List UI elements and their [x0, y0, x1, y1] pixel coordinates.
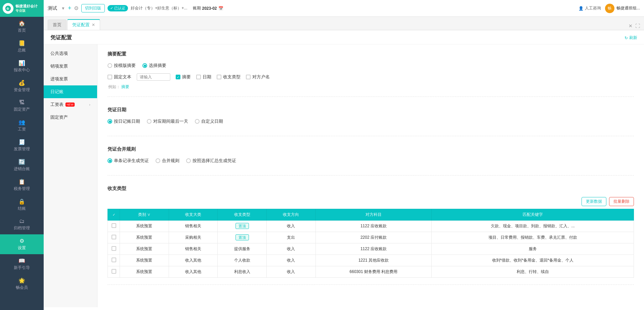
tab-home[interactable]: 首页: [48, 20, 67, 30]
radio-select-total[interactable]: 按照选择汇总生成凭证: [186, 158, 236, 164]
checkbox-counterparty[interactable]: 对方户名: [246, 74, 270, 80]
tab-close-icon[interactable]: ✕: [92, 23, 95, 27]
radio-merge-rule[interactable]: 合并规则: [156, 158, 179, 164]
sidebar-item-purchase-sales[interactable]: 🔄 进销台账: [0, 155, 44, 175]
sidebar-item-assets[interactable]: 🏗 固定资产: [0, 96, 44, 116]
main-area: 测试 ▼ + ⚙ 切到旧版 ✓ 已认证 好会计（专）+好生意（标）+... 账期…: [44, 0, 644, 310]
row-category: 系统预置: [120, 243, 169, 255]
assets-icon: 🏗: [19, 100, 25, 106]
batch-delete-btn[interactable]: 批量删除: [609, 197, 634, 206]
config-sidebar-item-fixed-assets[interactable]: 固定资产: [44, 111, 97, 124]
radio-select[interactable]: 选择摘要: [142, 63, 166, 69]
sidebar-item-ledger[interactable]: 📒 总账: [0, 37, 44, 56]
checkbox-summary[interactable]: ✓ 摘要: [176, 74, 191, 80]
radio-custom-date[interactable]: 自定义日期: [195, 118, 223, 124]
top-tag[interactable]: 置顶: [235, 234, 249, 240]
row-direction: 收入: [266, 255, 315, 266]
update-data-btn[interactable]: 更新数据: [582, 197, 606, 206]
config-sidebar-item-purchase[interactable]: 进项发票: [44, 73, 97, 85]
topbar-period: 账期 2023-02 📅: [193, 5, 223, 11]
row-keywords: 收到*借款、收到*备用金、退回*备用金、个人: [432, 255, 634, 266]
config-layout: 公共选项 销项发票 进项发票 日记账 工资表 NEW › 固定资产: [44, 44, 644, 307]
radio-single[interactable]: 单条记录生成凭证: [108, 158, 149, 164]
table-body: 系统预置 销售相关 置顶 收入 1122 应收账款 欠款、现金、项目款、到款、报…: [108, 221, 634, 278]
radio-circle-journal-date: [108, 119, 112, 124]
radio-journal-date[interactable]: 按日记账日期: [108, 118, 140, 124]
member-icon: 🌟: [18, 277, 25, 284]
page-title: 凭证配置: [50, 34, 72, 41]
checkbox-fixed-text[interactable]: 固定文本: [108, 74, 131, 80]
sidebar-item-settings[interactable]: ⚙ 设置: [0, 234, 44, 254]
sidebar-item-member[interactable]: 🌟 畅会员: [0, 274, 44, 294]
config-sidebar-item-public[interactable]: 公共选项: [44, 47, 97, 60]
row-account: 660301 财务费用 利息费用: [315, 266, 432, 278]
radio-period-last[interactable]: 对应期间最后一天: [147, 118, 188, 124]
reports-icon: 📊: [18, 60, 25, 66]
checkbox-date[interactable]: 日期: [196, 74, 211, 80]
sidebar-item-closing[interactable]: 🔒 结账: [0, 195, 44, 215]
th-category[interactable]: 类别 ∨: [120, 209, 169, 221]
archive-icon: 🗂: [19, 218, 25, 224]
gear-icon[interactable]: ⚙: [74, 5, 79, 11]
row-checkbox-cell[interactable]: [108, 266, 120, 278]
radio-template[interactable]: 按模版摘要: [108, 63, 136, 69]
config-sidebar-item-sales[interactable]: 销项发票: [44, 60, 97, 73]
th-checkbox[interactable]: ✓: [108, 209, 120, 221]
window-maximize-icon[interactable]: ⛶: [635, 23, 640, 29]
ledger-icon: 📒: [18, 40, 25, 46]
date-radio-group: 按日记账日期 对应期间最后一天 自定义日期: [108, 118, 634, 124]
sidebar-item-payroll[interactable]: 👥 工资: [0, 116, 44, 135]
closing-icon: 🔒: [18, 198, 25, 205]
row-category: 系统预置: [120, 266, 169, 278]
topbar-title: 测试: [48, 5, 57, 11]
date-section-title: 凭证日期: [108, 107, 634, 113]
row-sub-type: 利息收入: [218, 266, 267, 278]
row-checkbox-cell[interactable]: [108, 221, 120, 232]
row-keywords: 欠款、现金、项目款、到款、报销款、汇入、...: [432, 221, 634, 232]
tab-voucher-config[interactable]: 凭证配置 ✕: [67, 19, 100, 30]
sidebar-item-tax[interactable]: 📋 税务管理: [0, 175, 44, 195]
fixed-text-input[interactable]: [137, 73, 170, 81]
calendar-icon[interactable]: 📅: [218, 6, 223, 11]
row-checkbox-cell[interactable]: [108, 255, 120, 266]
purchase-sales-icon: 🔄: [18, 159, 25, 165]
sidebar-item-invoices[interactable]: 🧾 发票管理: [0, 135, 44, 155]
switch-old-btn[interactable]: 切到旧版: [81, 4, 105, 12]
expand-arrow-icon: ›: [89, 103, 90, 107]
refresh-btn[interactable]: ↻ 刷新: [625, 35, 637, 41]
sidebar-item-funds[interactable]: 💰 资金管理: [0, 76, 44, 96]
row-checkbox-cell[interactable]: [108, 232, 120, 243]
checkbox-box-fixed: [108, 75, 112, 79]
topbar-right: 👤 人工咨询 畅 畅捷通班组...: [578, 4, 640, 13]
checkbox-income-type[interactable]: 收支类型: [217, 74, 241, 80]
row-sub-type: 个人收款: [218, 255, 267, 266]
sidebar: 会 畅捷通好会计 专业版 🏠 公共选项 首页 📒 总账 📊 报表中心 💰 资金管…: [0, 0, 44, 310]
sidebar-item-archive[interactable]: 🗂 归档管理: [0, 215, 44, 234]
top-tag[interactable]: 置顶: [235, 223, 249, 229]
row-account: 1221 其他应收款: [315, 255, 432, 266]
add-icon[interactable]: +: [68, 5, 72, 12]
tax-icon: 📋: [18, 179, 25, 185]
table-row: 系统预置 收入其他 个人收款 收入 1221 其他应收款 收到*借款、收到*备用…: [108, 255, 634, 266]
sidebar-item-reports[interactable]: 📊 报表中心: [0, 56, 44, 76]
dropdown-icon[interactable]: ▼: [61, 6, 65, 11]
new-badge: NEW: [66, 103, 75, 107]
row-direction: 收入: [266, 243, 315, 255]
row-checkbox-cell[interactable]: [108, 243, 120, 255]
logo-text: 畅捷通好会计 专业版: [15, 4, 38, 12]
row-category: 系统预置: [120, 232, 169, 243]
row-keywords: 利息、行转、续自: [432, 266, 634, 278]
service-btn[interactable]: 👤 人工咨询: [578, 5, 601, 11]
sidebar-item-home[interactable]: 🏠 公共选项 首页: [0, 17, 44, 37]
sidebar-item-newuser[interactable]: 📖 新手引导: [0, 254, 44, 274]
merge-section-title: 凭证合并规则: [108, 146, 634, 152]
income-expense-table: ✓ 类别 ∨ 收支大类 收支类型: [108, 209, 634, 278]
income-expense-title: 收支类型: [108, 186, 634, 192]
config-sidebar-item-payroll[interactable]: 工资表 NEW ›: [44, 98, 97, 111]
row-main-type: 采购相关: [169, 232, 218, 243]
row-direction: 支出: [266, 232, 315, 243]
row-category: 系统预置: [120, 255, 169, 266]
window-close-icon[interactable]: ✕: [629, 23, 633, 29]
config-sidebar-item-journal[interactable]: 日记账: [44, 85, 97, 98]
topbar: 测试 ▼ + ⚙ 切到旧版 ✓ 已认证 好会计（专）+好生意（标）+... 账期…: [44, 0, 644, 17]
